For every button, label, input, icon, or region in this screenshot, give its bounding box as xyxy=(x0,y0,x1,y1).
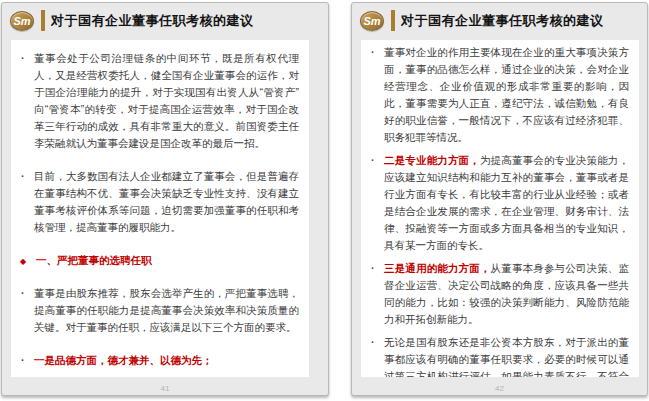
title-accent-bar xyxy=(41,10,45,31)
dot-bullet-icon: · xyxy=(21,352,25,369)
bullet-paragraph: ·董事对企业的作用主要体现在企业的重大事项决策方面，董事的品德怎么样，通过企业的… xyxy=(370,44,629,146)
dot-bullet-icon: · xyxy=(21,168,25,185)
bullet-paragraph: ·董事是由股东推荐，股东会选举产生的，严把董事选聘，提高董事的任职能力是提高董事… xyxy=(20,285,299,336)
bullet-paragraph: ·无论是国有股东还是非公资本方股东，对于派出的董事都应该有明确的董事任职要求，必… xyxy=(370,334,629,377)
slide-title: 对于国有企业董事任职考核的建议 xyxy=(51,12,254,30)
red-point-paragraph: ·一是品德方面，德才兼并、以德为先； xyxy=(20,352,299,369)
bullet-paragraph: ·二是专业能力方面，为提高董事会的专业决策能力，应该建立知识结构和能力互补的董事… xyxy=(370,152,629,254)
bullet-paragraph: ·目前，大多数国有法人企业都建立了董事会，但是普遍存在董事结构不优、董事会决策缺… xyxy=(20,168,299,236)
paragraph-text: 董事是由股东推荐，股东会选举产生的，严把董事选聘，提高董事的任职能力是提高董事会… xyxy=(34,287,299,333)
page-number: 42 xyxy=(352,384,647,393)
title-accent-bar xyxy=(391,10,395,31)
paragraph-text: 无论是国有股东还是非公资本方股东，对于派出的董事都应该有明确的董事任职要求，必要… xyxy=(384,336,629,377)
dot-bullet-icon: · xyxy=(371,152,375,169)
slide-body: ·董事会处于公司治理链条的中间环节，既是所有权代理人，又是经营权委托人，健全国有… xyxy=(11,40,309,377)
company-logo-icon: Sm xyxy=(360,11,384,31)
slide-body: ·董事对企业的作用主要体现在企业的重大事项决策方面，董事的品德怎么样，通过企业的… xyxy=(361,40,639,377)
slide-header: Sm 对于国有企业董事任职考核的建议 xyxy=(2,3,328,38)
bullet-paragraph: ·三是通用的能力方面，从董事本身参与公司决策、监督企业运营、决定公司战略的角度，… xyxy=(370,260,629,328)
page-number: 41 xyxy=(2,384,328,393)
paragraph-red-lead: 二是专业能力方面， xyxy=(384,154,480,166)
diamond-bullet-icon: ◆ xyxy=(20,253,26,270)
dot-bullet-icon: · xyxy=(371,260,375,277)
bullet-paragraph: ·董事会处于公司治理链条的中间环节，既是所有权代理人，又是经营权委托人，健全国有… xyxy=(20,50,299,152)
dot-bullet-icon: · xyxy=(371,334,375,351)
heading-text: 一、严把董事的选聘任职 xyxy=(36,254,152,266)
dot-bullet-icon: · xyxy=(371,44,375,61)
company-logo-icon: Sm xyxy=(10,11,34,31)
slide-thumbnail-41[interactable]: Sm 对于国有企业董事任职考核的建议 ·董事会处于公司治理链条的中间环节，既是所… xyxy=(1,2,329,396)
logo-text: Sm xyxy=(363,15,380,27)
paragraph-text: 董事会处于公司治理链条的中间环节，既是所有权代理人，又是经营权委托人，健全国有企… xyxy=(34,52,299,149)
paragraph-red-lead: 三是通用的能力方面， xyxy=(384,262,491,274)
slide-title: 对于国有企业董事任职考核的建议 xyxy=(401,12,604,30)
logo-text: Sm xyxy=(13,15,30,27)
paragraph-text: 目前，大多数国有法人企业都建立了董事会，但是普遍存在董事结构不优、董事会决策缺乏… xyxy=(34,170,299,233)
paragraph-text: 为提高董事会的专业决策能力，应该建立知识结构和能力互补的董事会，董事或者是行业方… xyxy=(384,154,629,251)
section-heading: ◆一、严把董事的选聘任职 xyxy=(20,252,299,269)
dot-bullet-icon: · xyxy=(21,285,25,302)
slide-thumbnail-42[interactable]: Sm 对于国有企业董事任职考核的建议 ·董事对企业的作用主要体现在企业的重大事项… xyxy=(351,2,648,396)
paragraph-text: 董事对企业的作用主要体现在企业的重大事项决策方面，董事的品德怎么样，通过企业的决… xyxy=(384,46,629,143)
dot-bullet-icon: · xyxy=(21,50,25,67)
paragraph-text: 一是品德方面，德才兼并、以德为先； xyxy=(34,354,213,366)
slide-header: Sm 对于国有企业董事任职考核的建议 xyxy=(352,3,647,38)
